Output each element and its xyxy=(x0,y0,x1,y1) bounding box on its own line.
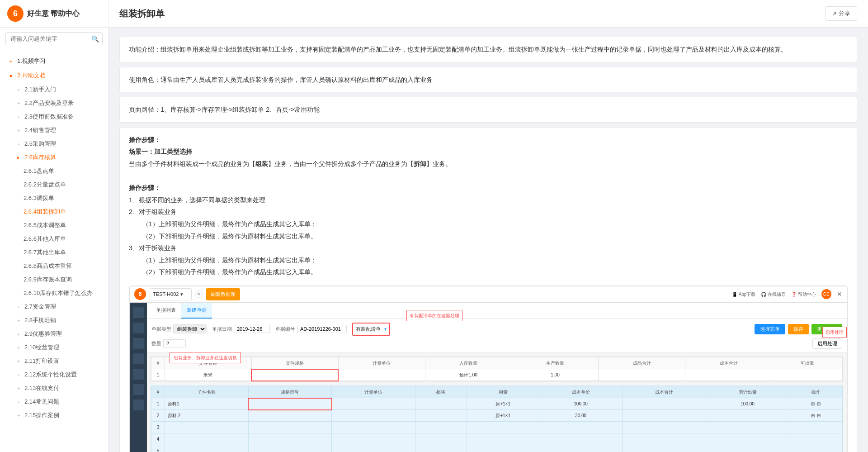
expand-icon-sm: ＋ xyxy=(16,114,23,120)
share-icon: ↗ xyxy=(832,10,837,17)
mock-assembly-type-area: 有装配清单 ▾ 有装配清单的在这里处理 xyxy=(352,323,390,336)
mock-lower-row-4: 4 xyxy=(151,433,843,445)
step2-2: （2）下部明细为子件明细，最终作为原材料生成其它出库单。 xyxy=(129,230,848,243)
expand-icon-sm: ＋ xyxy=(16,304,23,310)
page-title: 组装拆卸单 xyxy=(119,8,165,20)
sidebar-item-data[interactable]: ＋ 2.3使用前数据准备 xyxy=(0,110,108,124)
scene1-title: 场景一：加工类型选择 xyxy=(129,146,848,158)
mock-lower-row-3: 3 xyxy=(151,422,843,433)
sidebar-item-stocktake[interactable]: 2.6.1盘点单 xyxy=(0,164,108,178)
collapse-icon-sm: ● xyxy=(16,155,23,160)
mock-nav-report xyxy=(133,384,144,395)
sidebar-item-finance[interactable]: ＋ 2.7资金管理 xyxy=(0,300,108,314)
step3: 3、对于拆装业务 xyxy=(129,242,848,254)
ops-section: 操作步骤： 场景一：加工类型选择 当由多个子件材料组装成一个成品的业务为【组装】… xyxy=(119,127,857,452)
expand-icon-sm: ＋ xyxy=(16,317,23,324)
sidebar-item-faq[interactable]: ＋ 2.14常见问题 xyxy=(0,395,108,409)
logo-icon: 6 xyxy=(7,5,24,22)
sidebar-item-pay[interactable]: ＋ 2.13在线支付 xyxy=(0,381,108,395)
annotation-assembly: 有装配清单的在这里处理 xyxy=(406,310,462,321)
content-area: 功能介绍：组装拆卸单用来处理企业组装或拆卸等加工业务，支持有固定装配清单的产品加… xyxy=(108,28,868,452)
sidebar-item-print[interactable]: ＋ 2.11打印设置 xyxy=(0,354,108,368)
mock-logo: 6 xyxy=(134,288,146,300)
path-text: 页面路径：1、库存核算->库存管理->组装拆卸单 2、首页->常用功能 xyxy=(129,104,848,116)
mock-row-delete[interactable]: ⊟ xyxy=(817,401,821,406)
search-box[interactable]: 🔍 xyxy=(0,28,108,50)
nav-tree: ＋ 1.视频学习 ● 2.帮助文档 ＋ 2.1新手入门 ＋ 2.2产品安装及登录 xyxy=(0,50,108,452)
mock-doc-type-select[interactable]: 组装拆卸 xyxy=(173,324,207,333)
sidebar-item-install[interactable]: ＋ 2.2产品安装及登录 xyxy=(0,96,108,110)
sidebar-item-split[interactable]: 2.6.2分量盘点单 xyxy=(0,178,108,191)
role-section: 使用角色：通常由生产人员或库管人员完成拆装业务的操作，库管人员确认原材料的出库和… xyxy=(119,67,857,93)
sidebar-item-cost[interactable]: 2.6.5成本调整单 xyxy=(0,219,108,232)
mock-user-icon: CC xyxy=(821,289,831,299)
scene1-desc: 当由多个子件材料组装成一个成品的业务为【组装】业务，当由一个父件拆分成多个子产品… xyxy=(129,158,848,170)
mock-tab-new[interactable]: 新建单据 xyxy=(181,303,212,319)
mock-finish-btn[interactable]: 选择完单 xyxy=(755,324,785,334)
step2-1: （1）上部明细为父件明细，最终作为产成品生成其它入库单； xyxy=(129,218,848,230)
mock-enable-btn[interactable]: 启用处理 xyxy=(812,338,842,349)
nav-item-video[interactable]: ＋ 1.视频学习 xyxy=(0,54,108,68)
mock-row-delete-2[interactable]: ⊟ xyxy=(817,413,821,418)
mock-qty-input[interactable] xyxy=(163,339,186,347)
mock-row-copy-2[interactable]: ⊞ xyxy=(811,413,815,418)
expand-icon-sm: ＋ xyxy=(16,371,23,378)
expand-icon-sm: ＋ xyxy=(16,399,23,405)
sidebar-item-inother[interactable]: 2.6.6其他入库单 xyxy=(0,232,108,246)
intro-section: 功能介绍：组装拆卸单用来处理企业组装或拆卸等加工业务，支持有固定装配清单的产品加… xyxy=(119,37,857,62)
screenshot-container: 6 TEST-H002 ▾ ↻ 刷新数据库 📱 App下载 🎧 在线辅导 ❓ 帮… xyxy=(129,285,848,452)
sidebar-item-coupon[interactable]: ＋ 2.9优惠券管理 xyxy=(0,327,108,341)
mock-qty-field: 数量 xyxy=(151,339,186,348)
mock-refresh-icon[interactable]: ↻ xyxy=(195,290,203,298)
search-button[interactable]: 🔍 xyxy=(91,35,99,43)
search-input[interactable] xyxy=(5,32,103,45)
mock-enable-area: 启用处理 启用处理 xyxy=(812,338,842,349)
sidebar-item-assembly[interactable]: 2.6.4组装拆卸单 xyxy=(0,205,108,219)
ops-title: 操作步骤： xyxy=(129,134,848,146)
mock-doc-date-input[interactable] xyxy=(234,325,270,333)
expand-icon-sm: ＋ xyxy=(16,86,23,93)
mock-upper-table-container: # 父件名称 父件规格 计量单位 入库数量 生产数量 成品合计 成本合计 xyxy=(151,357,843,382)
mock-nav-orders xyxy=(133,323,144,333)
mock-upper-row-1: 1 米米 预计1.00 1.00 xyxy=(151,369,843,381)
mock-doc-no-input[interactable] xyxy=(297,325,347,333)
sidebar-item-cases[interactable]: ＋ 2.15操作案例 xyxy=(0,409,108,422)
expand-icon-sm: ＋ xyxy=(16,100,23,107)
sidebar-item-adjust[interactable]: 2.6.3调拨单 xyxy=(0,191,108,205)
sidebar-item-goodscost[interactable]: 2.6.8商品成本重算 xyxy=(0,259,108,273)
annotation-business-type: 组装业务、拆卸业务在这里切换 xyxy=(170,352,241,363)
mock-assembly-type-btn[interactable]: 有装配清单 ▾ xyxy=(352,323,390,336)
sidebar-item-mobile[interactable]: ＋ 2.8手机旺铺 xyxy=(0,314,108,327)
expand-icon-sm: ＋ xyxy=(16,344,23,351)
path-section: 页面路径：1、库存核算->库存管理->组装拆卸单 2、首页->常用功能 xyxy=(119,97,857,123)
mock-tab-list[interactable]: 单据列表 xyxy=(151,303,181,319)
mock-row-copy[interactable]: ⊞ xyxy=(811,401,815,406)
mock-doc-date-field: 单据日期 xyxy=(212,324,270,334)
expand-icon-sm: ＋ xyxy=(16,331,23,338)
sidebar-item-sales[interactable]: ＋ 2.4销售管理 xyxy=(0,124,108,137)
mock-app-download: 📱 App下载 xyxy=(732,290,755,299)
step3-1: （1）上部明细为父件明细，最终作为原材料生成其它出库单； xyxy=(129,254,848,266)
sidebar-header: 6 好生意 帮助中心 xyxy=(0,0,108,28)
sidebar-item-label: 2.帮助文档 xyxy=(17,71,46,80)
mock-lower-row-2: 2 原料 2 原+1×1 30.00 xyxy=(151,410,843,422)
sidebar-item-ops[interactable]: ＋ 2.10经营管理 xyxy=(0,341,108,354)
mock-refresh-btn[interactable]: 刷新数据库 xyxy=(206,288,240,300)
mock-nav-purchase xyxy=(133,353,144,364)
mock-close-icon[interactable]: ✕ xyxy=(837,288,842,300)
sidebar-item-inventory[interactable]: ● 2.6库存核算 xyxy=(0,151,108,164)
mock-nav-settings xyxy=(133,400,144,410)
nav-item-docs[interactable]: ● 2.帮助文档 ＋ 2.1新手入门 ＋ 2.2产品安装及登录 ＋ 2.3使用前… xyxy=(0,68,108,422)
app-title: 好生意 帮助中心 xyxy=(27,9,80,19)
mock-save-btn[interactable]: 保存 xyxy=(788,324,809,334)
mock-help-center: ❓ 帮助中心 xyxy=(791,290,816,299)
step3-2: （2）下部明细为子件明细，最终作为产成品生成其它入库单。 xyxy=(129,266,848,278)
sidebar-item-purchase[interactable]: ＋ 2.5采购管理 xyxy=(0,137,108,151)
sidebar-item-system[interactable]: ＋ 2.12系统个性化设置 xyxy=(0,368,108,381)
mock-nav-inventory xyxy=(133,338,144,349)
sidebar-item-stockerr[interactable]: 2.6.10库存账本错了怎么办 xyxy=(0,286,108,300)
sidebar-item-stockquery[interactable]: 2.6.9库存账本查询 xyxy=(0,273,108,286)
share-button[interactable]: ↗ 分享 xyxy=(825,6,857,21)
sidebar-item-outother[interactable]: 2.6.7其他出库单 xyxy=(0,246,108,259)
sidebar-item-new[interactable]: ＋ 2.1新手入门 xyxy=(0,83,108,96)
